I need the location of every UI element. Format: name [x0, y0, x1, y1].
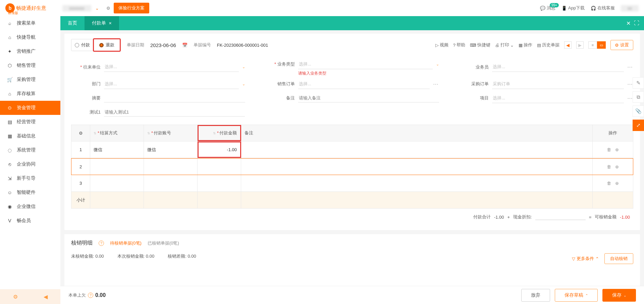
shortcut-link[interactable]: ⌨ 快捷键 — [470, 42, 490, 48]
sidebar-item-label: 销售管理 — [17, 62, 36, 69]
sidebar-item-10[interactable]: ⎋企业协同 — [0, 157, 60, 171]
filter-icon: ▽ — [572, 256, 575, 261]
chevron-down-icon[interactable]: ⌄ — [436, 62, 439, 67]
chevron-down-icon[interactable]: ⌄ — [242, 65, 245, 69]
docno-label: 单据编号 — [194, 42, 211, 48]
gear-icon[interactable]: ⚙ — [106, 6, 110, 11]
trial-button[interactable]: 体验行业方案 — [114, 3, 149, 13]
fullscreen-icon[interactable]: ⛶ — [634, 20, 639, 26]
tab-done[interactable]: 已核销单据(0笔) — [148, 240, 179, 246]
sales-order-select[interactable]: 选择... — [298, 79, 430, 89]
date-value[interactable]: 2023-06-06 — [150, 42, 176, 48]
help-link[interactable]: ? 帮助 — [453, 42, 465, 48]
chevron-down-icon[interactable]: ⌄ — [242, 82, 245, 86]
sidebar-item-3[interactable]: ⬡销售管理 — [0, 58, 60, 73]
amount-cell[interactable] — [198, 159, 241, 175]
sidebar-icon: ⬡ — [7, 63, 13, 68]
tabstrip: 首页 付款单 ✕ ✕ ⛶ — [60, 16, 644, 30]
sidebar-item-1[interactable]: ⌂快捷导航 — [0, 30, 60, 44]
sidebar-item-13[interactable]: ◉企业微信 — [0, 200, 60, 214]
table-row[interactable]: 3🗑⊕ — [71, 175, 633, 192]
tab-payment[interactable]: 付款单 ✕ — [85, 16, 119, 30]
chevron-down-icon[interactable]: ⌄ — [95, 6, 99, 11]
rail-note-icon[interactable]: ✎ — [633, 77, 644, 89]
ops-link[interactable]: ▦ 操作 — [519, 42, 532, 48]
sidebar-item-11[interactable]: ⇲新手引导 — [0, 171, 60, 185]
clerk-select[interactable]: 选择... — [492, 62, 624, 72]
view-list[interactable]: ≡ — [588, 41, 597, 49]
gear-icon[interactable]: ⚙ — [13, 294, 18, 300]
sidebar-item-9[interactable]: ◌系统管理 — [0, 143, 60, 157]
info-icon[interactable]: ? — [99, 241, 104, 246]
sidebar-icon: 🛒 — [7, 77, 13, 82]
payment-table: ⚙ ⇅结算方式 ⇅付款账号 ⇅付款金额 备注 操作 1微信微信-1.00🗑⊕2🗑… — [71, 125, 633, 209]
sidebar-icon: V — [7, 218, 13, 223]
purchase-order-select[interactable]: 采购订单 — [492, 79, 624, 89]
save-draft-button[interactable]: 保存草稿⌃ — [555, 289, 598, 302]
verify-title: 核销明细 — [71, 240, 93, 247]
table-row[interactable]: 1微信微信-1.00🗑⊕ — [71, 141, 633, 158]
sidebar-item-4[interactable]: 🛒采购管理 — [0, 73, 60, 87]
delete-icon[interactable]: 🗑 — [607, 147, 611, 152]
rail-attach-icon[interactable]: 📎 — [633, 105, 644, 117]
sidebar-item-12[interactable]: ☺智能硬件 — [0, 185, 60, 200]
abandon-button[interactable]: 放弃 — [521, 289, 550, 302]
sidebar-item-7[interactable]: ▤经营管理 — [0, 115, 60, 129]
amount-cell[interactable]: -1.00 — [198, 141, 241, 158]
auto-writeoff-button[interactable]: 自动核销 — [604, 253, 633, 264]
amount-cell[interactable] — [198, 175, 241, 191]
gear-column[interactable]: ⚙ — [71, 125, 90, 141]
rail-expand-icon[interactable]: ⤢ — [633, 120, 644, 131]
note-input[interactable] — [298, 94, 439, 102]
doc-toolbar: ▷ 视频 ? 帮助 ⌨ 快捷键 🖨 打印 ⌄ ▦ 操作 ▤ 历史单据 ◀ ▶ ≡… — [435, 40, 633, 50]
topbar: b 畅捷通好生意 标准版 xxxxxxx ⌄ ⚙ 体验行业方案 💬 消息 99+… — [0, 0, 644, 16]
test1-input[interactable] — [104, 108, 245, 117]
next-doc-button[interactable]: ▶ — [576, 41, 584, 49]
user-avatar-blur[interactable]: xx — [621, 5, 639, 11]
support-link[interactable]: 🎧 在线客服 — [591, 5, 615, 11]
more-icon[interactable]: ⋯ — [433, 81, 439, 87]
add-row-icon[interactable]: ⊕ — [615, 147, 619, 152]
print-link[interactable]: 🖨 打印 ⌄ — [495, 42, 514, 48]
summary-input[interactable] — [104, 94, 245, 102]
calendar-icon[interactable]: 📅 — [182, 43, 187, 48]
delete-icon[interactable]: 🗑 — [607, 181, 611, 186]
biztype-select[interactable]: 选择... — [298, 59, 433, 69]
sidebar-item-2[interactable]: ✦营销推广 — [0, 44, 60, 58]
save-button[interactable]: 保存⌄ — [602, 289, 636, 302]
collapse-icon[interactable]: ◀ — [44, 294, 48, 300]
close-icon[interactable]: ✕ — [109, 21, 112, 26]
more-conditions[interactable]: ▽更多条件 ⌃ — [572, 256, 599, 262]
view-card[interactable]: ▭ — [597, 41, 606, 49]
close-all-icon[interactable]: ✕ — [626, 20, 631, 27]
messages-link[interactable]: 💬 消息 99+ — [540, 5, 555, 11]
add-row-icon[interactable]: ⊕ — [615, 181, 619, 186]
vendor-select[interactable]: 选择... — [104, 62, 239, 72]
history-link[interactable]: ▤ 历史单据 — [537, 42, 559, 48]
footer: 本单上欠?0.00 放弃 保存草稿⌃ 保存⌄ — [60, 286, 644, 304]
sidebar-item-14[interactable]: V畅会员 — [0, 214, 60, 228]
settings-button[interactable]: ⚙设置 — [610, 40, 633, 50]
tab-pending[interactable]: 待核销单据(0笔) — [110, 240, 142, 246]
video-link[interactable]: ▷ 视频 — [435, 42, 448, 48]
table-row[interactable]: 2🗑⊕ — [71, 158, 633, 175]
tab-home[interactable]: 首页 — [60, 16, 85, 30]
sidebar-item-label: 系统管理 — [17, 147, 36, 153]
project-select[interactable]: 选择... — [492, 93, 624, 103]
tenant-selector-blur[interactable]: xxxxxxx — [62, 5, 91, 11]
add-row-icon[interactable]: ⊕ — [615, 164, 619, 169]
rail-copy-icon[interactable]: ⧉ — [633, 91, 644, 103]
delete-icon[interactable]: 🗑 — [607, 164, 611, 169]
info-icon[interactable]: ? — [88, 293, 93, 298]
sidebar-item-5[interactable]: ⌂库存核算 — [0, 87, 60, 101]
sidebar-item-0[interactable]: ⌕搜索菜单 — [0, 16, 60, 30]
sidebar-item-6[interactable]: ⊙资金管理 — [0, 101, 60, 115]
prev-doc-button[interactable]: ◀ — [564, 41, 572, 49]
sidebar-item-8[interactable]: ▦基础信息 — [0, 129, 60, 143]
dept-select[interactable]: 选择... — [104, 79, 239, 89]
app-download-link[interactable]: 📱 App下载 — [561, 5, 585, 11]
discount-input[interactable] — [535, 214, 586, 220]
more-icon[interactable]: ⋯ — [627, 64, 633, 70]
radio-pay[interactable]: 付款 — [71, 39, 94, 51]
radio-refund[interactable]: 退款 — [97, 41, 117, 49]
